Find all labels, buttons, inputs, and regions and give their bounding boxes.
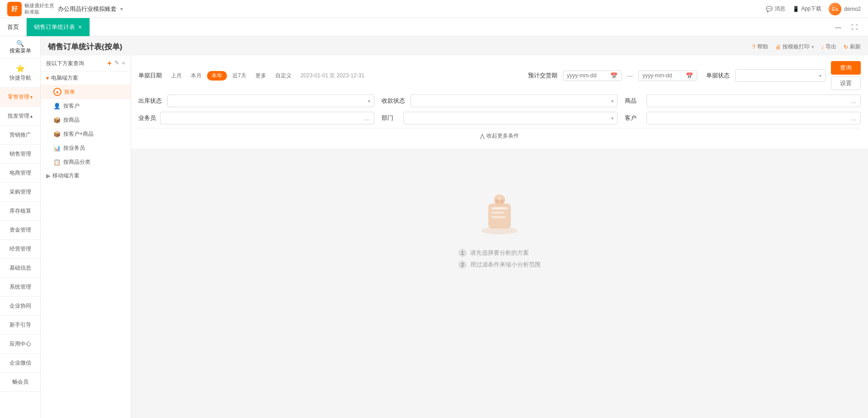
scheme-item-by-order[interactable]: ● 按单 bbox=[41, 85, 131, 99]
date-more-button[interactable]: 更多 bbox=[252, 71, 270, 81]
tab-home[interactable]: 首页 bbox=[0, 18, 27, 36]
wholesale-label: 批发管理 bbox=[8, 112, 29, 120]
by-goods-label: 按商品 bbox=[63, 116, 80, 124]
status-select[interactable]: ▾ bbox=[735, 69, 826, 82]
collapse-icon: ⋀ bbox=[480, 133, 485, 139]
inventory-label: 库存核算 bbox=[9, 207, 31, 215]
sidebar-item-basic-info[interactable]: 基础信息 bbox=[0, 259, 40, 278]
window-minimize-button[interactable]: — bbox=[832, 21, 844, 33]
goods-filter: 商品 … bbox=[625, 95, 861, 107]
tab-close-icon[interactable]: ✕ bbox=[78, 24, 82, 30]
edit-scheme-button[interactable]: ✎ bbox=[114, 59, 119, 67]
date-this-month-button[interactable]: 本月 bbox=[187, 71, 205, 81]
sales-label: 销售管理 bbox=[9, 150, 31, 158]
sidebar-item-app-center[interactable]: 应用中心 bbox=[0, 335, 40, 354]
customer-filter: 客户 … bbox=[625, 112, 861, 124]
sidebar-item-system[interactable]: 系统管理 bbox=[0, 278, 40, 297]
app-center-label: 应用中心 bbox=[9, 340, 31, 348]
system-label: 系统管理 bbox=[9, 283, 31, 291]
expected-date-end-input[interactable]: 📅 bbox=[638, 71, 697, 81]
help-button[interactable]: ? 帮助 bbox=[752, 43, 768, 51]
status-filter-label: 单据状态 bbox=[706, 71, 730, 80]
marketing-label: 营销推广 bbox=[9, 131, 31, 139]
ship-status-filter: 出库状态 ▾ bbox=[138, 95, 374, 107]
sidebar-item-shortcut[interactable]: ⭐ 快捷导航 bbox=[0, 59, 40, 88]
department-select[interactable]: ▾ bbox=[403, 112, 618, 124]
ship-status-select[interactable]: ▾ bbox=[167, 95, 374, 107]
department-filter: 部门 ▾ bbox=[382, 112, 618, 124]
sidebar-item-purchase[interactable]: 采购管理 bbox=[0, 183, 40, 202]
user-area[interactable]: Ea demo2 bbox=[829, 3, 861, 15]
topbar-center: 办公用品行业模拟账套 ▾ bbox=[58, 5, 123, 13]
scheme-item-by-customer[interactable]: 👤 按客户 bbox=[41, 99, 131, 113]
topbar: 好 畅捷通好生意 标准版 办公用品行业模拟账套 ▾ 💬 消息 📱 App下载 E… bbox=[0, 0, 868, 18]
salesperson-dots-icon: … bbox=[364, 114, 370, 122]
sidebar-item-guide[interactable]: 新手引导 bbox=[0, 316, 40, 335]
expected-date-start-input[interactable]: 📅 bbox=[563, 71, 622, 81]
settings-button[interactable]: 设置 bbox=[831, 76, 861, 90]
scheme-item-by-salesperson[interactable]: 📊 按业务员 bbox=[41, 141, 131, 155]
ship-status-label: 出库状态 bbox=[138, 97, 164, 105]
dropdown-arrow-icon[interactable]: ▾ bbox=[120, 6, 123, 12]
print-dropdown-icon[interactable]: ▾ bbox=[811, 44, 814, 49]
salesperson-label: 业务员 bbox=[138, 114, 156, 122]
wholesale-arrow-icon: ▴ bbox=[30, 114, 33, 119]
date-this-year-button[interactable]: 本年 bbox=[207, 71, 227, 81]
customer-input[interactable]: … bbox=[646, 112, 861, 124]
topbar-left: 好 畅捷通好生意 标准版 办公用品行业模拟账套 ▾ bbox=[7, 2, 123, 16]
mobile-group-label: 移动端方案 bbox=[52, 172, 80, 180]
mobile-group[interactable]: ▶ 移动端方案 bbox=[41, 169, 131, 182]
app-title: 办公用品行业模拟账套 bbox=[58, 5, 117, 13]
date-last7-button[interactable]: 近7天 bbox=[229, 71, 250, 81]
app-download-button[interactable]: 📱 App下载 bbox=[793, 5, 821, 13]
sidebar-item-sales[interactable]: 销售管理 bbox=[0, 145, 40, 164]
date-custom-button[interactable]: 自定义 bbox=[272, 71, 295, 81]
collapse-button[interactable]: ⋀ 收起更多条件 bbox=[480, 132, 519, 140]
shortcut-icon: ⭐ bbox=[16, 64, 25, 73]
message-button[interactable]: 💬 消息 bbox=[766, 5, 785, 13]
scheme-item-by-category[interactable]: 📋 按商品分类 bbox=[41, 155, 131, 169]
search-menu-button[interactable]: 🔍 搜索菜单 bbox=[0, 36, 40, 59]
export-icon: ↓ bbox=[821, 44, 824, 50]
scheme-item-by-customer-goods[interactable]: 📦 按客户+商品 bbox=[41, 127, 131, 141]
export-button[interactable]: ↓ 导出 bbox=[821, 43, 836, 51]
sidebar-item-inventory[interactable]: 库存核算 bbox=[0, 202, 40, 221]
refresh-button[interactable]: ↻ 刷新 bbox=[844, 43, 861, 51]
sidebar-item-wholesale[interactable]: 批发管理 ▴ bbox=[0, 107, 40, 126]
cal-start-icon: 📅 bbox=[610, 72, 618, 79]
goods-input[interactable]: … bbox=[646, 95, 861, 107]
salesperson-filter: 业务员 … bbox=[138, 112, 374, 124]
salesperson-input[interactable]: … bbox=[160, 112, 374, 124]
expected-date-start-field[interactable] bbox=[567, 72, 609, 79]
print-button[interactable]: 🖨 按模板打印 ▾ bbox=[775, 43, 814, 51]
sidebar-item-marketing[interactable]: 营销推广 bbox=[0, 126, 40, 145]
query-button[interactable]: 查询 bbox=[831, 61, 861, 75]
by-category-label: 按商品分类 bbox=[63, 158, 90, 166]
filter-row-1: 单据日期 上月 本月 本年 近7天 更多 自定义 2023-01-01 至 20… bbox=[138, 61, 861, 90]
sidebar-item-member[interactable]: 畅会员 bbox=[0, 373, 40, 392]
add-scheme-button[interactable]: + bbox=[107, 59, 111, 67]
status-select-arrow-icon: ▾ bbox=[819, 73, 821, 78]
payment-status-select[interactable]: ▾ bbox=[410, 95, 618, 107]
sidebar-item-finance[interactable]: 资金管理 bbox=[0, 221, 40, 240]
filter-row-2: 出库状态 ▾ 收款状态 ▾ bbox=[138, 95, 861, 107]
department-label: 部门 bbox=[382, 114, 400, 122]
sidebar-item-retail[interactable]: 零售管理 ▾ bbox=[0, 88, 40, 107]
collapse-panel-button[interactable]: « bbox=[122, 59, 125, 67]
desktop-group[interactable]: ▾ 电脑端方案 bbox=[41, 71, 131, 85]
date-last-month-button[interactable]: 上月 bbox=[167, 71, 185, 81]
sidebar: 🔍 搜索菜单 ⭐ 快捷导航 零售管理 ▾ 批发管理 ▴ 营销推广 销售管理 电商… bbox=[0, 36, 41, 418]
by-customer-label: 按客户 bbox=[63, 102, 80, 110]
expected-date-end-field[interactable] bbox=[642, 72, 684, 79]
sidebar-item-wechat[interactable]: 企业微信 bbox=[0, 354, 40, 373]
sidebar-item-operations[interactable]: 经营管理 bbox=[0, 240, 40, 259]
date-separator: — bbox=[627, 72, 633, 79]
svg-point-7 bbox=[495, 200, 499, 203]
right-content: 单据日期 上月 本月 本年 近7天 更多 自定义 2023-01-01 至 20… bbox=[131, 56, 868, 418]
tab-sales-order[interactable]: 销售订单统计表 ✕ bbox=[27, 18, 90, 36]
sidebar-item-ecommerce[interactable]: 电商管理 bbox=[0, 164, 40, 183]
sidebar-item-enterprise[interactable]: 企业协同 bbox=[0, 297, 40, 316]
page-actions: ? 帮助 🖨 按模板打印 ▾ ↓ 导出 ↻ 刷新 bbox=[752, 43, 861, 51]
scheme-item-by-goods[interactable]: 📦 按商品 bbox=[41, 113, 131, 127]
window-maximize-button[interactable]: ⛶ bbox=[848, 21, 861, 33]
